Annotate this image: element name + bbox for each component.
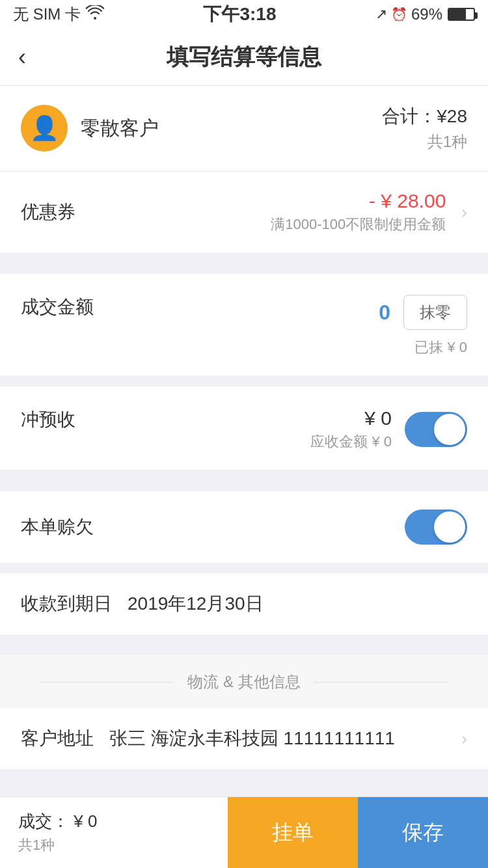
coupon-row[interactable]: 优惠券 - ¥ 28.00 满1000-100不限制使用金额 › (0, 172, 488, 253)
section-divider-2 (0, 481, 488, 491)
round-zero-button[interactable]: 抹零 (403, 295, 467, 330)
coupon-label: 优惠券 (21, 200, 75, 224)
deferred-toggle-knob (434, 511, 465, 543)
address-value: 张三 海淀永丰科技园 11111111111 (109, 726, 446, 751)
address-row[interactable]: 客户地址 张三 海淀永丰科技园 11111111111 › (0, 708, 488, 769)
prepaid-label: 冲预收 (21, 407, 75, 432)
customer-count: 共1种 (382, 131, 467, 152)
nav-title: 填写结算等信息 (167, 42, 321, 72)
deferred-row: 本单赊欠 (0, 491, 488, 563)
customer-row: 👤 零散客户 合计：¥28 共1种 (0, 86, 488, 170)
status-time: 下午3:18 (203, 2, 276, 27)
deferred-toggle[interactable] (405, 509, 467, 545)
content-area: 👤 零散客户 合计：¥28 共1种 优惠券 - ¥ 28.00 满1000-10… (0, 86, 488, 868)
section-divider-1 (0, 264, 488, 274)
prepaid-sub: 应收金额 ¥ 0 (310, 432, 392, 452)
wifi-icon (86, 5, 104, 23)
customer-avatar: 👤 (21, 105, 68, 152)
logistics-header-text: 物流 & 其他信息 (174, 673, 313, 690)
address-chevron-icon: › (461, 729, 467, 749)
bottom-deal-amount: 成交： ¥ 0 (18, 810, 210, 833)
bottom-deal-count: 共1种 (18, 835, 210, 855)
status-bar: 无 SIM 卡 下午3:18 ↗ ⏰ 69% (0, 0, 488, 29)
customer-right: 合计：¥28 共1种 (382, 104, 467, 152)
coupon-right: - ¥ 28.00 满1000-100不限制使用金额 › (271, 190, 467, 234)
nav-bar: ‹ 填写结算等信息 (0, 29, 488, 86)
coupon-description: 满1000-100不限制使用金额 (271, 215, 446, 234)
alarm-icon: ⏰ (391, 7, 407, 22)
customer-left: 👤 零散客户 (21, 105, 159, 152)
transaction-amount-value: 0 (351, 301, 390, 325)
customer-name: 零散客户 (81, 115, 159, 142)
deferred-label: 本单赊欠 (21, 515, 94, 539)
due-date-row: 收款到期日 2019年12月30日 (0, 573, 488, 634)
transaction-amount-row: 成交金额 0 抹零 已抹 ¥ 0 (0, 274, 488, 376)
prepaid-row: 冲预收 ¥ 0 应收金额 ¥ 0 (0, 387, 488, 470)
back-button[interactable]: ‹ (18, 44, 26, 71)
address-label: 客户地址 (21, 726, 94, 751)
transaction-amount-label: 成交金额 (21, 295, 94, 319)
suspend-button[interactable]: 挂单 (228, 797, 358, 868)
status-right: ↗ ⏰ 69% (375, 5, 475, 23)
location-icon: ↗ (375, 6, 387, 23)
battery-percent: 69% (411, 5, 442, 23)
bottom-bar: 成交： ¥ 0 共1种 挂单 保存 (0, 796, 488, 868)
coupon-value-block: - ¥ 28.00 满1000-100不限制使用金额 (271, 190, 446, 234)
section-divider-3 (0, 645, 488, 655)
prepaid-toggle[interactable] (405, 412, 467, 447)
toggle-knob (434, 414, 465, 445)
transaction-amount-sub: 已抹 ¥ 0 (414, 338, 467, 357)
due-date-value: 2019年12月30日 (128, 591, 264, 616)
carrier-label: 无 SIM 卡 (13, 4, 81, 25)
save-button[interactable]: 保存 (358, 797, 488, 868)
avatar-icon: 👤 (30, 115, 59, 142)
battery-icon (448, 8, 475, 21)
coupon-chevron-icon: › (461, 202, 467, 223)
bottom-info: 成交： ¥ 0 共1种 (0, 797, 228, 868)
prepaid-right: ¥ 0 应收金额 ¥ 0 (310, 407, 467, 452)
coupon-discount: - ¥ 28.00 (271, 190, 446, 212)
prepaid-amount: ¥ 0 (310, 407, 392, 429)
logistics-header: 物流 & 其他信息 (0, 655, 488, 708)
due-date-label: 收款到期日 (21, 591, 112, 616)
prepaid-value-block: ¥ 0 应收金额 ¥ 0 (310, 407, 392, 452)
customer-total: 合计：¥28 (382, 104, 467, 129)
status-left: 无 SIM 卡 (13, 4, 104, 25)
